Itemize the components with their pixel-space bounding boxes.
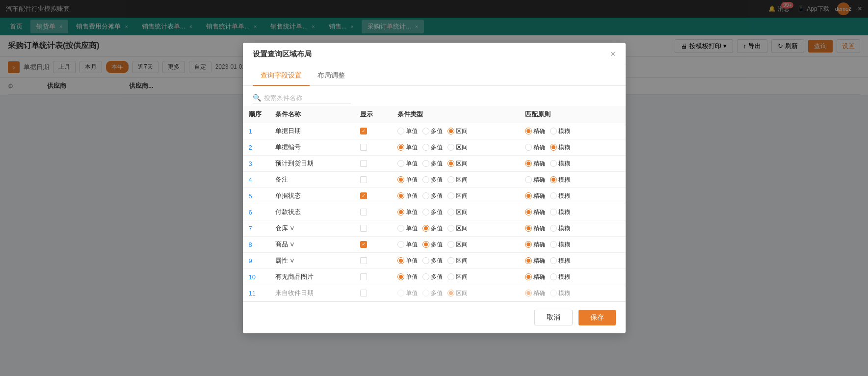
tab-layout-adjust[interactable]: 布局调整 [310, 66, 353, 86]
dialog-title: 设置查询区域布局 [253, 50, 312, 59]
dialog-tabs: 查询字段设置 布局调整 [243, 66, 626, 86]
dialog-search-area: 🔍 [243, 86, 626, 95]
search-icon: 🔍 [253, 94, 261, 95]
tab-query-fields[interactable]: 查询字段设置 [253, 66, 310, 86]
settings-dialog: 设置查询区域布局 × 查询字段设置 布局调整 🔍 [243, 43, 626, 95]
search-wrap: 🔍 [253, 92, 351, 95]
dialog-close-btn[interactable]: × [610, 49, 616, 59]
dialog-header: 设置查询区域布局 × [243, 43, 626, 66]
search-input[interactable] [264, 94, 342, 95]
modal-overlay: 设置查询区域布局 × 查询字段设置 布局调整 🔍 [0, 0, 868, 95]
